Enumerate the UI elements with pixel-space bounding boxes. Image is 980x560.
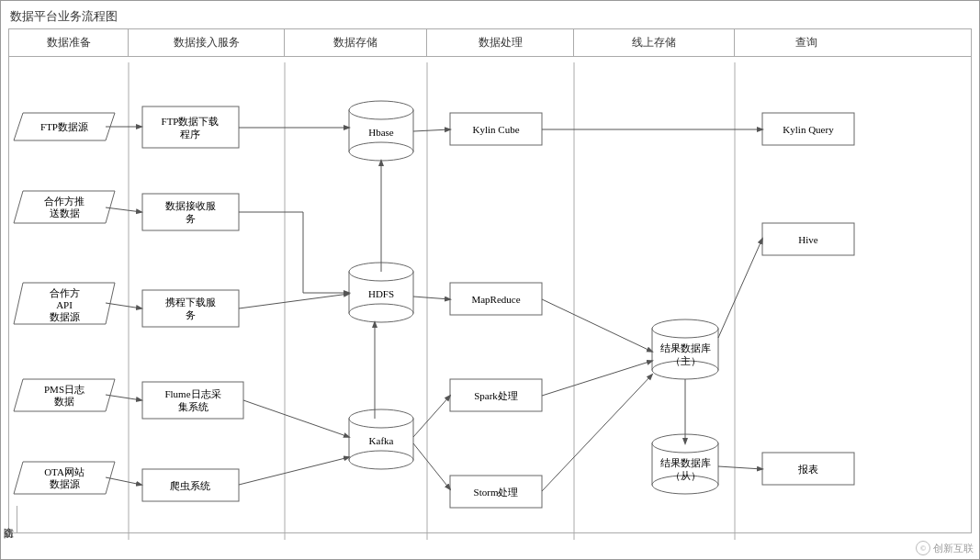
svg-line-86 [542, 299, 652, 352]
data-receive-node: 数据接收服 务 [142, 194, 239, 230]
watermark: © 创新互联 [916, 541, 974, 555]
hbase-node: Hbase [349, 101, 413, 161]
side-label: 防盗 [1, 506, 17, 533]
svg-rect-20 [142, 106, 239, 148]
svg-text:结果数据库: 结果数据库 [660, 457, 711, 468]
crawler-node: 爬虫系统 [142, 469, 239, 501]
svg-text:数据: 数据 [54, 396, 74, 407]
svg-point-35 [349, 101, 413, 119]
svg-text:Hive: Hive [798, 234, 818, 245]
svg-text:FTP数据源: FTP数据源 [40, 121, 88, 132]
col-header-data-ingest: 数据接入服务 [129, 29, 285, 56]
col-header-data-prep: 数据准备 [9, 29, 129, 56]
page-title: 数据平台业务流程图 [10, 8, 118, 25]
col-header-data-storage: 数据存储 [285, 29, 427, 56]
svg-text:Spark处理: Spark处理 [474, 390, 518, 401]
watermark-icon: © [916, 541, 930, 555]
svg-text:HDFS: HDFS [368, 288, 394, 299]
spark-node: Spark处理 [450, 379, 542, 411]
carry-download-node: 携程下载服 务 [142, 290, 239, 327]
svg-line-91 [718, 466, 762, 469]
svg-text:PMS日志: PMS日志 [44, 384, 84, 395]
svg-line-82 [413, 443, 450, 489]
svg-rect-26 [142, 290, 239, 327]
svg-text:Kylin Cube: Kylin Cube [472, 124, 519, 135]
svg-line-74 [106, 477, 141, 485]
partner-api-node: 合作方 API 数据源 [14, 283, 115, 324]
svg-text:（主）: （主） [670, 355, 701, 366]
svg-text:Kafka: Kafka [369, 435, 394, 446]
svg-point-40 [349, 304, 413, 322]
col-header-online-store: 线上存储 [574, 29, 735, 56]
svg-line-76 [239, 294, 349, 308]
svg-text:合作方: 合作方 [50, 287, 80, 298]
flume-node: Flume日志采 集系统 [142, 382, 243, 419]
svg-line-77 [243, 400, 349, 437]
svg-line-72 [106, 303, 141, 308]
svg-point-43 [349, 409, 413, 428]
svg-text:携程下载服: 携程下载服 [165, 297, 216, 308]
col-header-query: 查询 [735, 29, 877, 56]
svg-text:Kylin Query: Kylin Query [783, 124, 834, 135]
svg-point-36 [349, 142, 413, 161]
svg-text:结果数据库: 结果数据库 [660, 342, 711, 353]
svg-text:务: 务 [186, 213, 196, 224]
partner-send-node: 合作方推 送数据 [14, 191, 115, 223]
watermark-text: 创新互联 [933, 542, 974, 555]
report-node: 报表 [762, 453, 854, 485]
svg-line-90 [718, 239, 762, 338]
svg-text:报表: 报表 [797, 464, 818, 475]
svg-rect-23 [142, 194, 239, 230]
svg-text:爬虫系统: 爬虫系统 [170, 480, 210, 491]
column-headers: 数据准备 数据接入服务 数据存储 数据处理 线上存储 查询 [9, 29, 971, 57]
col-header-data-process: 数据处理 [427, 29, 574, 56]
svg-text:合作方推: 合作方推 [44, 196, 84, 207]
svg-line-88 [542, 375, 652, 491]
svg-point-55 [652, 319, 718, 338]
mapreduce-node: MapReduce [450, 283, 542, 315]
diagram-area: 数据准备 数据接入服务 数据存储 数据处理 线上存储 查询 FTP数据源 [8, 28, 972, 533]
svg-text:集系统: 集系统 [178, 401, 208, 412]
svg-line-78 [239, 457, 349, 485]
pms-log-node: PMS日志 数据 [14, 379, 115, 411]
svg-line-80 [413, 297, 450, 299]
diagram-svg: FTP数据源 合作方推 送数据 合作方 API 数据源 PMS日志 数据 [9, 62, 971, 540]
svg-point-44 [349, 451, 413, 469]
kafka-node: Kafka [349, 409, 413, 469]
svg-rect-29 [142, 382, 243, 419]
svg-text:Flume日志采: Flume日志采 [164, 388, 220, 399]
page-container: 数据平台业务流程图 数据准备 数据接入服务 数据存储 数据处理 线上存储 查询 … [0, 0, 980, 560]
svg-text:数据源: 数据源 [50, 311, 80, 322]
svg-text:OTA网站: OTA网站 [44, 466, 84, 477]
storm-node: Storm处理 [450, 476, 542, 508]
svg-line-87 [542, 361, 652, 396]
svg-text:API: API [56, 299, 73, 310]
svg-text:MapReduce: MapReduce [471, 294, 520, 305]
svg-text:数据接收服: 数据接收服 [165, 200, 216, 211]
svg-text:FTP数据下载: FTP数据下载 [162, 116, 220, 127]
kylin-query-node: Kylin Query [762, 113, 854, 145]
svg-text:数据源: 数据源 [50, 478, 80, 489]
ftp-source-node: FTP数据源 [14, 113, 115, 140]
ota-source-node: OTA网站 数据源 [14, 462, 115, 494]
svg-text:务: 务 [186, 309, 196, 320]
ftp-download-node: FTP数据下载 程序 [142, 106, 239, 148]
svg-line-81 [413, 396, 450, 437]
result-main-node: 结果数据库 （主） [652, 319, 718, 379]
svg-line-73 [106, 395, 141, 400]
svg-text:送数据: 送数据 [50, 207, 80, 218]
svg-text:（从）: （从） [670, 470, 701, 481]
svg-line-71 [106, 207, 141, 212]
svg-text:Hbase: Hbase [368, 127, 394, 138]
kylin-cube-node: Kylin Cube [450, 113, 542, 145]
svg-text:程序: 程序 [180, 129, 200, 140]
svg-text:Storm处理: Storm处理 [474, 487, 519, 498]
hive-node: Hive [762, 223, 854, 255]
svg-line-79 [413, 129, 450, 131]
